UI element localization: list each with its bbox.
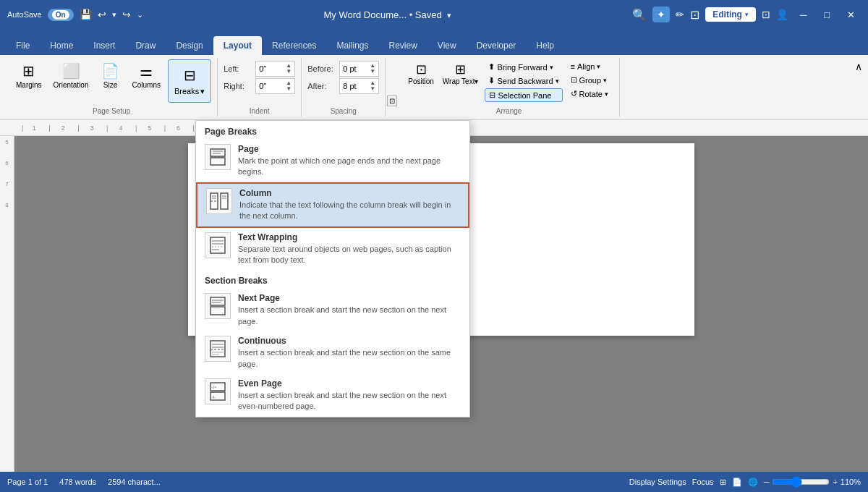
indent-right-down[interactable]: ▼ [286,86,292,92]
bring-forward-button[interactable]: ⬆ Bring Forward ▾ [485,61,562,73]
tab-view[interactable]: View [427,36,467,55]
share-icon[interactable]: ⊡ [762,9,770,20]
selection-pane-button[interactable]: ⊟ Selection Pane [485,88,562,102]
page-break-item[interactable]: Page Mark the point at which one page en… [196,140,469,182]
indent-label: Indent [224,107,295,115]
wrap-text-icon: ⊞ [455,62,466,77]
pen-icon[interactable]: ✏ [676,9,684,20]
web-layout-icon[interactable]: 🌐 [748,478,758,487]
ribbon-display-icon[interactable]: ⊡ [690,8,699,22]
tab-mailings[interactable]: Mailings [326,36,378,55]
next-page-icon [205,293,231,319]
tab-design[interactable]: Design [166,36,213,55]
text-wrapping-title: Text Wrapping [238,232,461,242]
collapse-ribbon-button[interactable]: ∧ [855,61,862,72]
align-button[interactable]: ≡ Align ▾ [567,61,612,72]
size-button[interactable]: 📄 Size [96,59,125,92]
spacing-after-value: 8 pt [343,82,356,90]
column-break-icon [206,188,232,214]
zoom-in-button[interactable]: + [833,478,837,486]
zoom-level: 110% [841,478,861,486]
continuous-text: Continuous Insert a section break and st… [238,336,461,370]
orientation-button[interactable]: ⬜ Orientation [49,59,93,92]
copilot-icon[interactable]: ✦ [652,7,670,22]
indent-left-spinner[interactable]: ▲ ▼ [286,63,292,75]
ribbon-tabs: File Home Insert Draw Design Layout Refe… [0,29,868,55]
continuous-item[interactable]: Continuous Insert a section break and st… [196,331,469,374]
display-settings-button[interactable]: Display Settings [629,478,686,486]
indent-left-label: Left: [224,64,252,73]
column-break-item[interactable]: Column Indicate that the text following … [196,182,469,228]
tab-layout[interactable]: Layout [213,36,262,55]
title-dropdown[interactable]: ▾ [447,11,451,20]
tab-developer[interactable]: Developer [467,36,527,55]
rotate-icon: ↺ [571,89,577,98]
undo-icon[interactable]: ↩ [98,9,106,20]
indent-controls: Left: 0" ▲ ▼ Right: 0" ▲ [224,59,295,96]
maximize-button[interactable]: □ [818,7,835,23]
wrap-text-chevron: ▾ [475,77,478,85]
tab-help[interactable]: Help [526,36,564,55]
undo-dropdown[interactable]: ▾ [112,10,116,20]
status-bar: Page 1 of 1 478 words 2594 charact... Di… [0,472,868,492]
zoom-slider[interactable] [772,476,830,488]
indent-right-input[interactable]: 0" ▲ ▼ [255,78,295,94]
send-backward-button[interactable]: ⬇ Send Backward ▾ [485,75,562,87]
tab-insert[interactable]: Insert [83,36,125,55]
even-page-icon: -2= -4- [205,378,231,404]
char-count: 2594 charact... [108,478,161,486]
focus-button[interactable]: Focus [692,478,714,486]
close-button[interactable]: ✕ [841,7,861,23]
print-layout-icon[interactable]: 📄 [732,478,742,487]
wrap-text-section: ⊞ Wrap Text ▾ [439,59,482,88]
tab-references[interactable]: References [262,36,326,55]
tab-review[interactable]: Review [378,36,427,55]
save-icon[interactable]: 💾 [80,9,92,20]
next-page-item[interactable]: Next Page Insert a section break and sta… [196,289,469,331]
svg-rect-18 [210,307,225,315]
editing-button[interactable]: Editing ▾ [705,7,756,22]
even-page-item[interactable]: -2= -4- Even Page Insert a section break… [196,374,469,417]
breaks-button[interactable]: ⊟ Breaks ▾ [168,59,211,103]
position-button[interactable]: ⊡ Position [404,59,438,88]
tab-file[interactable]: File [6,36,40,55]
rotate-button[interactable]: ↺ Rotate ▾ [567,88,612,100]
customize-icon[interactable]: ⌄ [137,10,143,20]
wrap-text-label-row: Wrap Text ▾ [443,77,479,85]
spacing-after-input[interactable]: 8 pt ▲ ▼ [339,78,379,94]
even-page-text: Even Page Insert a section break and sta… [238,378,461,412]
tab-home[interactable]: Home [40,36,83,55]
selection-pane-label: Selection Pane [498,91,551,100]
rotate-label: Rotate [579,90,603,98]
view-mode-icon[interactable]: ⊞ [720,478,726,487]
spacing-after-down[interactable]: ▼ [370,86,375,92]
indent-right-spinner[interactable]: ▲ ▼ [286,80,292,92]
search-icon[interactable]: 🔍 [632,8,647,22]
indent-left-input[interactable]: 0" ▲ ▼ [255,61,295,77]
text-wrapping-item[interactable]: Text Wrapping Separate text around objec… [196,228,469,271]
autosave-toggle[interactable]: On [48,9,74,21]
ruler-3: 7 [5,181,8,187]
paragraph-expand-icon[interactable]: ⊡ [387,96,397,106]
minimize-button[interactable]: ─ [794,7,812,23]
spacing-after-spinner[interactable]: ▲ ▼ [370,80,375,92]
group-button[interactable]: ⊡ Group ▾ [567,74,612,86]
columns-icon: ⚌ [140,62,153,80]
spacing-before-spinner[interactable]: ▲ ▼ [370,63,375,75]
paragraph-expand[interactable]: ⊡ [386,58,399,116]
indent-right-value: 0" [259,82,266,90]
indent-right-label: Right: [224,82,252,90]
spacing-before-input[interactable]: 0 pt ▲ ▼ [339,61,379,77]
wrap-text-button[interactable]: ⊞ Wrap Text ▾ [439,59,482,88]
indent-group: Left: 0" ▲ ▼ Right: 0" ▲ [218,58,302,116]
redo-icon[interactable]: ↪ [122,9,131,20]
page-info: Page 1 of 1 [7,478,48,486]
tab-draw[interactable]: Draw [125,36,166,55]
account-icon[interactable]: 👤 [776,9,788,20]
columns-button[interactable]: ⚌ Columns [128,59,165,92]
indent-left-down[interactable]: ▼ [286,69,292,75]
zoom-out-button[interactable]: ─ [764,478,770,486]
margins-button[interactable]: ⊞ Margins [12,59,46,92]
spacing-before-down[interactable]: ▼ [370,69,375,75]
even-page-title: Even Page [238,378,461,389]
